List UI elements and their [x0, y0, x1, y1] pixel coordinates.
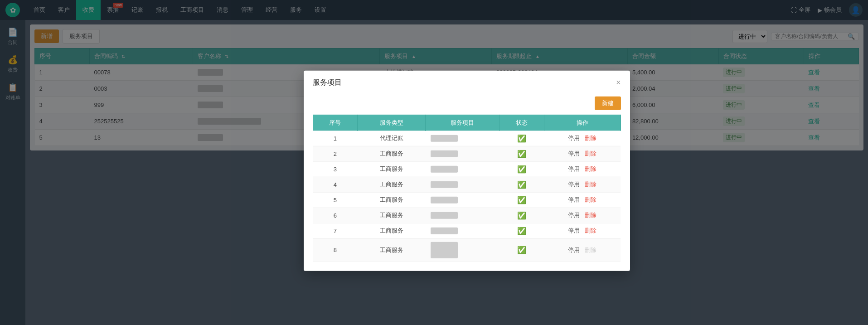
modal-body: 新建 序号 服务类型 服务项目 状态 操作 1 代理记账 ████ 1 ✅: [304, 92, 630, 271]
modal-col-type: 服务类型: [358, 115, 425, 131]
modal-cell-item: ████: [425, 192, 499, 208]
status-check-icon: ✅: [517, 165, 526, 173]
status-check-icon: ✅: [517, 134, 526, 142]
modal-cell-action: 停用 删除: [544, 131, 621, 146]
modal-table-row: 4 工商服务 ████ ✅ 停用 删除: [313, 177, 621, 192]
modal-close-button[interactable]: ×: [616, 78, 621, 87]
modal-cell-type: 工商服务: [358, 238, 425, 262]
modal-cell-status: ✅: [499, 208, 544, 223]
modal-cell-action: 停用 删除: [544, 238, 621, 262]
stop-button[interactable]: 停用: [568, 196, 580, 203]
modal-cell-seq: 2: [313, 146, 358, 161]
modal-header: 服务项目 ×: [304, 70, 630, 92]
modal-table: 序号 服务类型 服务项目 状态 操作 1 代理记账 ████ 1 ✅ 停用 删除…: [313, 114, 621, 262]
modal-cell-seq: 1: [313, 131, 358, 146]
modal-cell-action: 停用 删除: [544, 223, 621, 238]
modal-cell-action: 停用 删除: [544, 161, 621, 177]
modal-table-row: 6 工商服务 ████████ ✅ 停用 删除: [313, 208, 621, 223]
modal-cell-status: ✅: [499, 223, 544, 238]
modal-table-row: 7 工商服务 ████ ✅ 停用 删除: [313, 223, 621, 238]
modal-cell-status: ✅: [499, 238, 544, 262]
status-check-icon: ✅: [517, 150, 526, 157]
delete-button[interactable]: 删除: [585, 212, 596, 218]
modal-col-seq: 序号: [313, 115, 358, 131]
modal-col-status: 状态: [499, 115, 544, 131]
modal-table-row: 5 工商服务 ████ ✅ 停用 删除: [313, 192, 621, 208]
modal-cell-type: 工商服务: [358, 223, 425, 238]
modal-cell-type: 工商服务: [358, 146, 425, 161]
delete-button[interactable]: 删除: [585, 150, 596, 157]
modal-cell-action: 停用 删除: [544, 146, 621, 161]
modal-cell-seq: 6: [313, 208, 358, 223]
modal-table-row: 3 工商服务 ████ ✅ 停用 删除: [313, 161, 621, 177]
modal-cell-status: ✅: [499, 161, 544, 177]
delete-button[interactable]: 删除: [585, 181, 596, 188]
status-check-icon: ✅: [517, 227, 526, 234]
stop-button[interactable]: 停用: [568, 135, 580, 141]
modal-table-row: 1 代理记账 ████ 1 ✅ 停用 删除: [313, 131, 621, 146]
modal-toolbar: 新建: [313, 96, 621, 110]
stop-button[interactable]: 停用: [568, 246, 580, 253]
stop-button[interactable]: 停用: [568, 212, 580, 218]
modal-cell-seq: 5: [313, 192, 358, 208]
modal-cell-status: ✅: [499, 131, 544, 146]
service-modal: 服务项目 × 新建 序号 服务类型 服务项目 状态 操作 1 代理记账 ████: [304, 70, 630, 271]
modal-cell-item: ████ 1: [425, 131, 499, 146]
modal-cell-item: ████注册: [425, 238, 499, 262]
modal-col-item: 服务项目: [425, 115, 499, 131]
delete-button[interactable]: 删除: [585, 135, 596, 141]
modal-cell-seq: 8: [313, 238, 358, 262]
modal-cell-type: 工商服务: [358, 177, 425, 192]
modal-cell-status: ✅: [499, 192, 544, 208]
modal-new-button[interactable]: 新建: [595, 96, 621, 110]
delete-button: 删除: [585, 246, 596, 253]
modal-cell-item: ████████: [425, 208, 499, 223]
modal-cell-action: 停用 删除: [544, 208, 621, 223]
modal-cell-status: ✅: [499, 177, 544, 192]
stop-button[interactable]: 停用: [568, 227, 580, 234]
modal-cell-type: 代理记账: [358, 131, 425, 146]
stop-button[interactable]: 停用: [568, 165, 580, 172]
modal-cell-item: ████: [425, 146, 499, 161]
modal-title: 服务项目: [313, 78, 342, 87]
modal-cell-status: ✅: [499, 146, 544, 161]
modal-cell-seq: 3: [313, 161, 358, 177]
delete-button[interactable]: 删除: [585, 165, 596, 172]
modal-cell-item: ████: [425, 161, 499, 177]
modal-cell-action: 停用 删除: [544, 192, 621, 208]
delete-button[interactable]: 删除: [585, 196, 596, 203]
modal-cell-type: 工商服务: [358, 192, 425, 208]
modal-cell-type: 工商服务: [358, 161, 425, 177]
status-check-icon: ✅: [517, 211, 526, 219]
modal-cell-seq: 4: [313, 177, 358, 192]
modal-col-action: 操作: [544, 115, 621, 131]
modal-table-row: 2 工商服务 ████ ✅ 停用 删除: [313, 146, 621, 161]
status-check-icon: ✅: [517, 196, 526, 204]
modal-table-row: 8 工商服务 ████注册 ✅ 停用 删除: [313, 238, 621, 262]
modal-cell-type: 工商服务: [358, 208, 425, 223]
modal-cell-seq: 7: [313, 223, 358, 238]
delete-button[interactable]: 删除: [585, 227, 596, 234]
status-check-icon: ✅: [517, 246, 526, 254]
status-check-icon: ✅: [517, 180, 526, 188]
modal-table-scroll[interactable]: 序号 服务类型 服务项目 状态 操作 1 代理记账 ████ 1 ✅ 停用 删除…: [313, 114, 621, 262]
modal-cell-item: ████: [425, 177, 499, 192]
stop-button[interactable]: 停用: [568, 150, 580, 157]
stop-button[interactable]: 停用: [568, 181, 580, 188]
modal-cell-item: ████: [425, 223, 499, 238]
modal-cell-action: 停用 删除: [544, 177, 621, 192]
